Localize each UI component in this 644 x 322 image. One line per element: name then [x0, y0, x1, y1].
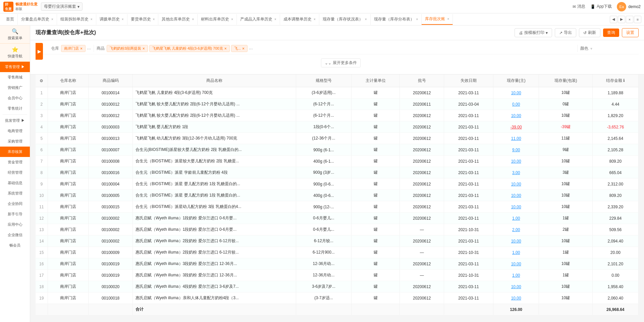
tab-cailiaochuku[interactable]: 材料出库单历史 ×	[198, 14, 237, 25]
sidebar-item-inventory[interactable]: 库存核算	[0, 147, 30, 157]
warehouse-more-button[interactable]: ···	[87, 46, 91, 51]
sidebar-item-ecommerce[interactable]: 电商管理	[0, 126, 30, 136]
sidebar-quicknav[interactable]: ⭐ 快捷导航	[0, 44, 30, 62]
product-tag-2[interactable]: 飞鹤星飞帆 儿童奶粉 4段(3-6岁适用) 700克 ×	[149, 45, 230, 52]
row-qty-main[interactable]: 2.00	[493, 224, 539, 235]
settings-button[interactable]: 设置	[622, 28, 639, 37]
row-qty-main[interactable]: 10.00	[493, 258, 539, 270]
row-qty-main[interactable]: 10.00	[493, 190, 539, 201]
product-tag-remove-icon[interactable]: ×	[224, 46, 227, 51]
tab-xiancun1[interactable]: 现存量（库存状况表） ×	[319, 14, 371, 25]
tab-zuzhuangchaijian[interactable]: 组装拆卸单历史 ×	[57, 14, 96, 25]
sidebar-item-stats[interactable]: 零售统计	[0, 103, 30, 114]
tab-qitachuku[interactable]: 其他出库单历史 ×	[158, 14, 198, 25]
row-qty-main[interactable]: 10.00	[493, 235, 539, 247]
warehouse-tag-remove-icon[interactable]: ×	[80, 46, 83, 51]
product-tag-1[interactable]: 飞鹤奶粉3段两提装 ×	[107, 45, 148, 52]
col-setting[interactable]: ⚙	[36, 74, 48, 87]
tab-close-icon[interactable]: ×	[447, 17, 449, 21]
tab-close-icon[interactable]: ×	[192, 17, 194, 21]
warehouse-selector[interactable]: 母婴行业演示账套 ▾	[41, 2, 83, 11]
tab-close-icon[interactable]: ×	[91, 17, 93, 21]
print-label: 按模板打印	[524, 30, 544, 36]
row-unit: 罐	[352, 121, 400, 133]
query-button[interactable]: 查询	[603, 29, 619, 37]
nav-close-button[interactable]: ×	[626, 16, 633, 23]
tab-close-icon[interactable]: ×	[416, 17, 418, 21]
sidebar-item-shop[interactable]: 零售商城	[0, 72, 30, 83]
filter-bar: ▶ 仓库 南岸门店 × ···	[30, 40, 644, 74]
tab-chenben[interactable]: 成本调整单历史 ×	[280, 14, 319, 25]
tab-kucunpicizh[interactable]: 库存批次账 ×	[422, 14, 453, 25]
row-qty-main[interactable]: 11.00	[493, 133, 539, 144]
footer-empty	[352, 304, 400, 315]
sidebar-item-wechat[interactable]: 企业微信	[0, 230, 30, 240]
sidebar-item-finance[interactable]: 资金管理	[0, 157, 30, 167]
expand-arrow-button[interactable]: ▶	[36, 43, 43, 60]
app-download-action[interactable]: 📱 App下载	[590, 4, 612, 9]
tab-close-icon[interactable]: ×	[365, 17, 367, 21]
nav-prev-button[interactable]: ◀	[610, 16, 617, 23]
tab-xiancun2[interactable]: 现存量（库存分布表） ×	[371, 14, 422, 25]
row-qty-main[interactable]: 1.00	[493, 213, 539, 224]
sidebar-item-basic[interactable]: 基础信息	[0, 178, 30, 188]
row-qty-main[interactable]: 9.00	[493, 144, 539, 156]
sidebar-item-member[interactable]: 会员中心	[0, 93, 30, 103]
product-tag-remove-icon[interactable]: ×	[143, 46, 145, 51]
product-tag-3[interactable]: 飞... ×	[231, 45, 248, 52]
row-qty-main[interactable]: 1.00	[493, 270, 539, 281]
export-button[interactable]: ↗ 导出	[555, 28, 576, 37]
sidebar-item-system[interactable]: 系统管理	[0, 188, 30, 199]
row-code: 00100019	[89, 258, 133, 270]
row-code: 00100015	[89, 201, 133, 213]
color-select[interactable]: ▾	[590, 46, 631, 51]
sidebar-item-retail[interactable]: 零售管理 ▶	[0, 62, 30, 72]
print-button[interactable]: 🖨 按模板打印 ▾	[515, 28, 552, 37]
user-area[interactable]: Ea demo2	[617, 2, 641, 11]
tab-diaobodandan[interactable]: 调拨单历史 ×	[96, 14, 127, 25]
tab-close-icon[interactable]: ×	[314, 17, 316, 21]
message-action[interactable]: ✉ 消息	[573, 4, 585, 9]
refresh-button[interactable]: ↺ 刷新	[579, 28, 600, 37]
sidebar-item-apps[interactable]: 应用中心	[0, 219, 30, 230]
sidebar-item-operations[interactable]: 经营管理	[0, 167, 30, 178]
sidebar-item-vip[interactable]: 畅会员	[0, 240, 30, 251]
sidebar-item-label: 批发管理 ▶	[5, 118, 24, 123]
row-qty-main[interactable]: 10.00	[493, 292, 539, 304]
tab-close-icon[interactable]: ×	[153, 17, 155, 21]
row-qty-pkg: 9罐	[539, 144, 592, 156]
row-qty-main[interactable]: 10.00	[493, 156, 539, 167]
row-qty-main[interactable]: 10.00	[493, 87, 539, 99]
row-qty-main[interactable]: 3.00	[493, 167, 539, 178]
row-qty-main[interactable]: 1.00	[493, 247, 539, 258]
tab-yaohuo[interactable]: 要货单历史 ×	[127, 14, 159, 25]
warehouse-tag-nanandian[interactable]: 南岸门店 ×	[61, 45, 86, 52]
row-qty-main[interactable]: 10.00	[493, 281, 539, 292]
row-qty-main[interactable]: 10.00	[493, 178, 539, 190]
row-qty-main[interactable]: 10.00	[493, 110, 539, 121]
sidebar-search[interactable]: 🔍 搜索菜单	[0, 25, 30, 44]
sidebar-item-wholesale[interactable]: 批发管理 ▶	[0, 115, 30, 126]
tab-fenliangpandian[interactable]: 分量盘点单历史 ×	[18, 14, 57, 25]
row-spec: 900g (6-1...	[296, 144, 351, 156]
expand-more-button[interactable]: ⌄⌄ 展开更多条件	[321, 58, 361, 67]
tab-close-icon[interactable]: ×	[274, 17, 276, 21]
nav-next-button[interactable]: ▶	[618, 16, 625, 23]
tab-home[interactable]: 首页	[3, 14, 18, 25]
tab-close-icon[interactable]: ×	[122, 17, 124, 21]
sidebar-item-marketing[interactable]: 营销推广	[0, 83, 30, 93]
sidebar-item-guide[interactable]: 新手引导	[0, 209, 30, 219]
nav-menu-button[interactable]: ≡	[634, 16, 641, 23]
row-qty-main[interactable]: 0.00	[493, 99, 539, 110]
product-more-button[interactable]: ···	[249, 46, 253, 51]
tab-chengpinruku[interactable]: 产成品入库单历史 ×	[237, 14, 280, 25]
row-qty-main[interactable]: 10.00	[493, 201, 539, 213]
tab-close-icon[interactable]: ×	[51, 17, 53, 21]
tab-close-icon[interactable]: ×	[231, 17, 233, 21]
row-expire: 2021-03-11	[444, 235, 493, 247]
print-icon: 🖨	[519, 31, 523, 35]
sidebar-item-corp[interactable]: 企业协同	[0, 199, 30, 209]
row-qty-main[interactable]: -39.00	[493, 121, 539, 133]
sidebar-item-purchase[interactable]: 采购管理	[0, 136, 30, 147]
product-tag-remove-icon[interactable]: ×	[242, 46, 245, 51]
